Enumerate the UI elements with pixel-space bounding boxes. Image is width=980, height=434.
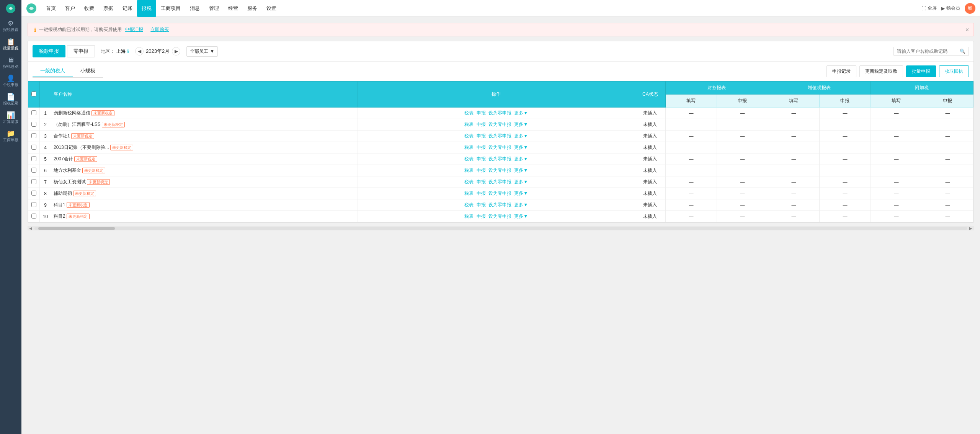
op-more-5[interactable]: 更多▼ [514, 168, 528, 173]
op-tax-2[interactable]: 税表 [464, 133, 474, 139]
select-all-checkbox[interactable] [31, 91, 36, 96]
nav-tax[interactable]: 报税 [137, 0, 156, 17]
op-more-1[interactable]: 更多▼ [514, 122, 528, 127]
op-zero-1[interactable]: 设为零申报 [488, 122, 511, 127]
date-prev-button[interactable]: ◀ [135, 47, 144, 55]
row-checkbox-6[interactable] [28, 176, 40, 188]
op-zero-6[interactable]: 设为零申报 [488, 179, 511, 184]
op-report-1[interactable]: 申报 [477, 122, 486, 127]
withdraw-button[interactable]: 收取回执 [939, 65, 969, 77]
op-more-9[interactable]: 更多▼ [514, 214, 528, 219]
op-tax-5[interactable]: 税表 [464, 168, 474, 173]
search-input[interactable] [897, 49, 958, 54]
op-more-7[interactable]: 更多▼ [514, 191, 528, 196]
sidebar-item-tax-settings[interactable]: ⚙ 报税设置 [0, 17, 21, 35]
op-tax-8[interactable]: 税表 [464, 202, 474, 207]
nav-message[interactable]: 消息 [185, 0, 204, 17]
op-report-4[interactable]: 申报 [477, 156, 486, 162]
sidebar-item-batch-tax[interactable]: 📋 批量报税 [0, 35, 21, 54]
op-report-2[interactable]: 申报 [477, 133, 486, 139]
sub-tab-small[interactable]: 小规模 [73, 65, 103, 77]
row-checkbox-8[interactable] [28, 199, 40, 211]
nav-client[interactable]: 客户 [60, 0, 80, 17]
nav-invoice[interactable]: 票据 [99, 0, 118, 17]
content-area: ℹ 一键报税功能已过试用期，请购买后使用 申报汇报 立即购买 × 税款申报 零申… [21, 17, 980, 434]
row-checkbox-1[interactable] [28, 119, 40, 131]
op-more-0[interactable]: 更多▼ [514, 110, 528, 116]
sidebar-item-tax-record[interactable]: 📄 报税记录 [0, 90, 21, 109]
row-checkbox-3[interactable] [28, 142, 40, 153]
staff-select[interactable]: 全部员工 ▼ [186, 46, 218, 57]
nav-operation[interactable]: 经营 [224, 0, 243, 17]
tab-zero-declaration[interactable]: 零申报 [67, 45, 95, 57]
record-button[interactable]: 申报记录 [826, 65, 856, 77]
op-report-9[interactable]: 申报 [477, 214, 486, 219]
scrollbar-thumb[interactable] [38, 227, 115, 230]
update-button[interactable]: 更新税定及取数 [859, 65, 903, 77]
sidebar-item-personal-tax[interactable]: 👤 个税申报 [0, 72, 21, 90]
op-report-7[interactable]: 申报 [477, 191, 486, 196]
date-next-button[interactable]: ▶ [172, 47, 180, 55]
notice-link-report[interactable]: 申报汇报 [125, 26, 143, 33]
scroll-left-arrow[interactable]: ◀ [28, 226, 34, 231]
nav-accounting[interactable]: 记账 [118, 0, 137, 17]
row-add-report-3: — [922, 142, 973, 153]
nav-fee[interactable]: 收费 [80, 0, 99, 17]
scrollbar-track[interactable] [34, 227, 967, 230]
notice-close-button[interactable]: × [965, 26, 969, 33]
op-tax-4[interactable]: 税表 [464, 156, 474, 162]
op-zero-9[interactable]: 设为零申报 [488, 214, 511, 219]
sidebar-item-tax-overview[interactable]: 🖥 报税总览 [0, 54, 21, 72]
row-checkbox-2[interactable] [28, 131, 40, 142]
op-zero-7[interactable]: 设为零申报 [488, 191, 511, 196]
member-button[interactable]: ▶ 畅会员 [941, 5, 960, 11]
row-checkbox-0[interactable] [28, 108, 40, 119]
scroll-right-arrow[interactable]: ▶ [968, 226, 974, 231]
op-tax-0[interactable]: 税表 [464, 110, 474, 116]
op-zero-2[interactable]: 设为零申报 [488, 133, 511, 139]
op-report-5[interactable]: 申报 [477, 168, 486, 173]
row-checkbox-9[interactable] [28, 211, 40, 222]
row-checkbox-5[interactable] [28, 165, 40, 176]
op-zero-8[interactable]: 设为零申报 [488, 202, 511, 207]
nav-commerce[interactable]: 工商项目 [156, 0, 185, 17]
nav-manage[interactable]: 管理 [204, 0, 224, 17]
op-more-4[interactable]: 更多▼ [514, 156, 528, 162]
op-more-6[interactable]: 更多▼ [514, 179, 528, 184]
op-tax-9[interactable]: 税表 [464, 214, 474, 219]
sidebar-item-annual-report[interactable]: 📁 工商年报 [0, 127, 21, 145]
op-more-3[interactable]: 更多▼ [514, 145, 528, 150]
op-zero-0[interactable]: 设为零申报 [488, 110, 511, 116]
search-icon[interactable]: 🔍 [960, 49, 965, 54]
batch-button[interactable]: 批量申报 [906, 65, 936, 77]
sub-tab-general[interactable]: 一般的税人 [33, 65, 73, 77]
tab-tax-declaration[interactable]: 税款申报 [33, 45, 65, 57]
row-checkbox-7[interactable] [28, 188, 40, 199]
op-tax-6[interactable]: 税表 [464, 179, 474, 184]
op-more-2[interactable]: 更多▼ [514, 133, 528, 139]
sidebar-item-settlement[interactable]: 📊 汇算清缴 [0, 109, 21, 127]
op-report-0[interactable]: 申报 [477, 110, 486, 116]
op-zero-4[interactable]: 设为零申报 [488, 156, 511, 162]
op-report-6[interactable]: 申报 [477, 179, 486, 184]
op-tax-1[interactable]: 税表 [464, 122, 474, 127]
op-report-3[interactable]: 申报 [477, 145, 486, 150]
fullscreen-button[interactable]: ⛶ 全屏 [921, 5, 937, 11]
op-zero-3[interactable]: 设为零申报 [488, 145, 511, 150]
avatar[interactable]: 畅 [965, 3, 975, 14]
nav-settings[interactable]: 设置 [262, 0, 281, 17]
row-ca-0: 未插入 [635, 108, 665, 119]
op-more-8[interactable]: 更多▼ [514, 202, 528, 207]
op-zero-5[interactable]: 设为零申报 [488, 168, 511, 173]
notice-link-buy[interactable]: 立即购买 [150, 26, 169, 33]
nav-home[interactable]: 首页 [41, 0, 60, 17]
topnav-right: ⛶ 全屏 ▶ 畅会员 畅 [921, 3, 975, 14]
row-checkbox-4[interactable] [28, 153, 40, 165]
horizontal-scrollbar[interactable]: ◀ ▶ [28, 226, 974, 230]
nav-service[interactable]: 服务 [243, 0, 262, 17]
row-add-report-0: — [922, 108, 973, 119]
region-info-icon[interactable]: ℹ [127, 49, 129, 54]
op-tax-3[interactable]: 税表 [464, 145, 474, 150]
op-report-8[interactable]: 申报 [477, 202, 486, 207]
op-tax-7[interactable]: 税表 [464, 191, 474, 196]
